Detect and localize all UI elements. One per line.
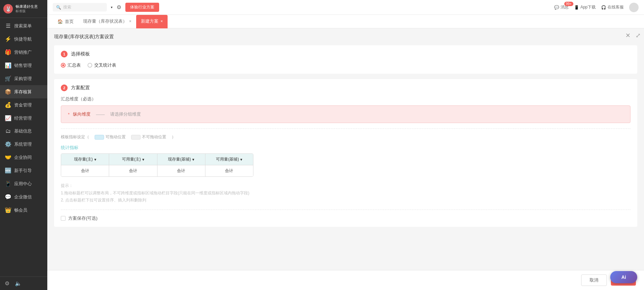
enterprise-icon: 🤝 bbox=[5, 154, 11, 161]
col-header-2-chevron: ▾ bbox=[192, 157, 194, 162]
speaker-icon[interactable]: 🔈 bbox=[15, 280, 22, 287]
sidebar-item-label: 快捷导航 bbox=[14, 36, 32, 42]
home-icon: 🏠 bbox=[57, 19, 63, 24]
sidebar-item-label: 资金管理 bbox=[14, 102, 32, 108]
radio-cross[interactable]: 交叉统计表 bbox=[88, 62, 116, 68]
sidebar-item-marketing[interactable]: 🎁 营销推广 bbox=[0, 46, 47, 59]
sidebar-item-purchase[interactable]: 🛒 采购管理 bbox=[0, 72, 47, 85]
basic-icon: 🗂 bbox=[5, 128, 11, 134]
fixed-label: 不可拖动位置 bbox=[142, 134, 166, 140]
operation-icon: 📈 bbox=[5, 115, 11, 121]
sidebar-item-basic[interactable]: 🗂 基础信息 bbox=[0, 125, 47, 138]
step1-num: 1 bbox=[61, 51, 68, 57]
legend-fixed: 不可拖动位置 bbox=[131, 134, 166, 140]
radio-summary[interactable]: 汇总表 bbox=[61, 62, 81, 68]
message-badge[interactable]: 💬 消息 99+ bbox=[554, 4, 569, 10]
col-header-1-chevron: ▾ bbox=[142, 157, 144, 162]
draggable-label: 可拖动位置 bbox=[105, 134, 126, 140]
sidebar-item-enterprise[interactable]: 🤝 企业协同 bbox=[0, 151, 47, 164]
legend-draggable: 可拖动位置 bbox=[95, 134, 126, 140]
hint-1: 2. 点击标题栏下拉可设置排序、插入列和删除列 bbox=[61, 197, 630, 204]
sidebar: 🐰 畅康通好生意 标准版 ☰ 搜索菜单 ⚡ 快捷导航 🎁 营销推广 📊 销售管理… bbox=[0, 0, 47, 290]
tab-inventory-status[interactable]: 现存量（库存状况表） × bbox=[78, 15, 136, 28]
sidebar-item-sales[interactable]: 📊 销售管理 bbox=[0, 59, 47, 72]
search-menu-icon: ☰ bbox=[5, 23, 11, 29]
message-icon: 💬 bbox=[554, 5, 559, 10]
sidebar-item-operation[interactable]: 📈 经营管理 bbox=[0, 112, 47, 125]
sidebar-item-newbie[interactable]: 🆕 新手引导 bbox=[0, 164, 47, 177]
content-area: ✕ ⤢ 现存量(库存状况表)方案设置 1 选择模板 汇总表 交叉统计表 bbox=[47, 28, 644, 270]
save-plan-checkbox[interactable] bbox=[61, 216, 66, 221]
system-icon: ⚙️ bbox=[5, 141, 11, 147]
col-header-1[interactable]: 可用量(主) ▾ bbox=[109, 154, 157, 165]
service-icon: 🎧 bbox=[601, 5, 606, 10]
stats-table-body: 合计 合计 合计 合计 bbox=[61, 165, 253, 176]
cell-0-2: 合计 bbox=[157, 165, 205, 176]
hint-section: 提示： 1.拖动标题栏可以调整布局，不可跨维度或指标区域拖动栏目字段(只能在同一… bbox=[61, 182, 630, 204]
sidebar-item-finance[interactable]: 💰 资金管理 bbox=[0, 98, 47, 112]
newbie-icon: 🆕 bbox=[5, 167, 11, 174]
sidebar-item-quick-nav[interactable]: ⚡ 快捷导航 bbox=[0, 32, 47, 46]
sidebar-item-inventory[interactable]: 📦 库存核算 bbox=[0, 85, 47, 98]
page-title: 现存量(库存状况表)方案设置 bbox=[54, 34, 637, 40]
trial-button[interactable]: 体验行业方案 bbox=[125, 3, 159, 12]
ai-float-button[interactable]: Ai bbox=[610, 271, 637, 283]
fixed-box bbox=[131, 135, 141, 140]
indicator-suffix-label: ） bbox=[172, 134, 176, 140]
col-header-3-label: 可用量(基辅) bbox=[216, 156, 239, 162]
message-count: 99+ bbox=[564, 2, 573, 6]
sidebar-logo: 🐰 畅康通好生意 标准版 bbox=[0, 0, 47, 18]
sidebar-item-app[interactable]: 📱 应用中心 bbox=[0, 177, 47, 190]
cancel-button[interactable]: 取消 bbox=[581, 274, 607, 286]
col-header-1-label: 可用量(主) bbox=[122, 156, 141, 162]
sidebar-item-label: 应用中心 bbox=[14, 181, 32, 187]
tab-home[interactable]: 🏠 首页 bbox=[53, 15, 78, 28]
sidebar-item-system[interactable]: ⚙️ 系统管理 bbox=[0, 138, 47, 151]
divider2 bbox=[61, 210, 630, 210]
radio-cross-label: 交叉统计表 bbox=[94, 62, 116, 68]
dimension-arrow: —— bbox=[96, 112, 105, 117]
sidebar-bottom: ⚙ 🔈 bbox=[0, 276, 47, 290]
save-plan-row[interactable]: 方案保存(可选) bbox=[61, 215, 630, 221]
user-avatar[interactable] bbox=[629, 3, 639, 12]
cell-0-0: 合计 bbox=[61, 165, 109, 176]
topbar-search[interactable]: 🔍 搜索 bbox=[53, 3, 107, 11]
app-download-label: App下载 bbox=[580, 4, 596, 10]
tab-new-plan[interactable]: 新建方案 × bbox=[136, 15, 168, 28]
sidebar-item-member[interactable]: 👑 畅会员 bbox=[0, 203, 47, 217]
dimension-section: 汇总维度（必选） * 纵向维度 —— 请选择分组维度 bbox=[61, 96, 630, 123]
dimension-row[interactable]: * 纵向维度 —— 请选择分组维度 bbox=[61, 105, 630, 123]
tab-inventory-label: 现存量（库存状况表） bbox=[83, 18, 127, 24]
app-download-icon: 📱 bbox=[574, 5, 579, 10]
divider1 bbox=[61, 128, 630, 129]
radio-summary-dot bbox=[61, 63, 66, 68]
app-download-badge[interactable]: 📱 App下载 bbox=[574, 4, 596, 10]
col-header-0-chevron: ▾ bbox=[94, 157, 96, 162]
topbar-chevron[interactable]: ▾ bbox=[111, 5, 113, 9]
col-header-3[interactable]: 可用量(基辅) ▾ bbox=[205, 154, 253, 165]
settings-icon[interactable]: ⚙ bbox=[5, 280, 9, 287]
radio-cross-dot bbox=[88, 63, 92, 68]
draggable-box bbox=[95, 135, 104, 140]
step2-header: 2 方案配置 bbox=[61, 84, 630, 91]
required-mark: * bbox=[68, 112, 70, 117]
tab-inventory-close[interactable]: × bbox=[129, 19, 131, 24]
col-header-2[interactable]: 现存量(基辅) ▾ bbox=[157, 154, 205, 165]
panel-close-button[interactable]: ✕ bbox=[625, 32, 630, 39]
step2-card: 2 方案配置 汇总维度（必选） * 纵向维度 —— 请选择分组维度 模板指标设定… bbox=[54, 79, 637, 227]
col-header-0[interactable]: 现存量(主) ▾ bbox=[61, 154, 109, 165]
tab-new-plan-close[interactable]: × bbox=[160, 19, 163, 24]
stats-section: 统计指标 现存量(主) ▾ 可用量(主) ▾ bbox=[61, 145, 630, 177]
stats-table: 现存量(主) ▾ 可用量(主) ▾ 现存量(基辅) ▾ bbox=[61, 153, 253, 177]
vertical-dim-label: 纵向维度 bbox=[73, 111, 91, 117]
sidebar-item-search-menu[interactable]: ☰ 搜索菜单 bbox=[0, 19, 47, 32]
col-header-2-label: 现存量(基辅) bbox=[168, 156, 191, 162]
topbar-gear[interactable]: ⚙ bbox=[117, 4, 121, 10]
service-badge[interactable]: 🎧 在线客服 bbox=[601, 4, 624, 10]
sidebar-item-label: 销售管理 bbox=[14, 63, 32, 69]
panel-expand-button[interactable]: ⤢ bbox=[636, 32, 641, 39]
indicator-section: 模板指标设定（ 可拖动位置 不可拖动位置 ） 统计指标 bbox=[61, 134, 630, 177]
sidebar-item-wechat[interactable]: 💬 企业微信 bbox=[0, 190, 47, 203]
step1-label: 选择模板 bbox=[71, 51, 90, 57]
sales-icon: 📊 bbox=[5, 62, 11, 69]
